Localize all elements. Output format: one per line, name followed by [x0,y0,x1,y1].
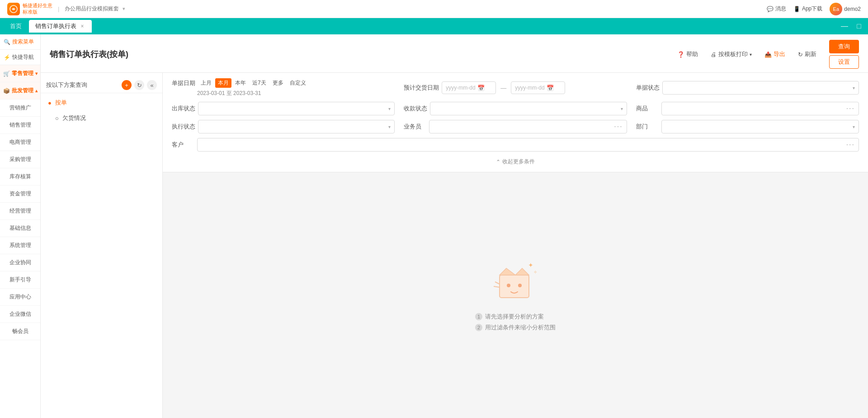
date-separator: — [500,85,506,91]
export-button[interactable]: 📤 导出 [761,48,789,60]
date-field: 单据日期 上月 本月 本年 近7天 更多 自定义 [172,78,395,97]
svg-point-3 [518,284,522,287]
date-tab-more[interactable]: 更多 [270,78,286,88]
sidebar-marketing[interactable]: 营销推广 [0,100,40,117]
out-status-select[interactable]: ▾ [198,102,395,115]
nav-tabs: 首页 销售订单执行表 × — □ [0,18,868,34]
tab-sales-order[interactable]: 销售订单执行表 × [29,20,92,33]
header-right: 💬 消息 📱 App下载 Ea demo2 [767,3,861,15]
export-icon: 📤 [764,51,772,58]
customer-dots: ··· [846,141,855,149]
svg-rect-1 [500,275,529,298]
sidebar-inventory[interactable]: 库存核算 [0,168,40,185]
sidebar-new-guide[interactable]: 新手引导 [0,271,40,289]
salesperson-select[interactable]: ··· [429,120,627,133]
scheme-item-owe[interactable]: ○ 欠货情况 [41,110,162,126]
sidebar-sales-management[interactable]: 销售管理 [0,117,40,134]
dept-select[interactable]: ▾ [661,120,859,133]
exec-status-select[interactable]: ▾ [198,120,395,133]
app-download-button[interactable]: 📱 App下载 [793,5,822,13]
scheme-add-button[interactable]: + [122,80,132,90]
refresh-button[interactable]: ↻ 刷新 [794,48,820,60]
content-area: 销售订单执行表(按单) ❓ 帮助 🖨 按模板打印 ▾ 📤 导出 ↻ 刷新 [41,34,868,418]
page-title: 销售订单执行表(按单) [50,49,128,60]
print-button[interactable]: 🖨 按模板打印 ▾ [707,48,755,60]
quick-nav-icon: ⚡ [4,54,10,61]
sidebar-app-center[interactable]: 应用中心 [0,289,40,306]
right-filter-area: 单据日期 上月 本月 本年 近7天 更多 自定义 [163,73,868,418]
sidebar-finance[interactable]: 资金管理 [0,185,40,203]
exec-status-label: 执行状态 [172,123,195,131]
order-status-select[interactable]: ▾ [662,81,859,95]
expected-date-from[interactable]: yyyy-mm-dd 📅 [442,81,496,94]
order-status-chevron: ▾ [853,86,855,90]
calendar-from-icon: 📅 [477,85,485,91]
dept-label: 部门 [636,123,659,131]
collapse-icon: ⌃ [496,159,500,165]
wholesale-icon: 📦 [3,88,10,94]
date-tab-this-month[interactable]: 本月 [215,78,231,88]
customer-select[interactable]: ··· [197,138,859,152]
message-button[interactable]: 💬 消息 [767,5,786,13]
settings-button[interactable]: 设置 [829,55,859,69]
print-chevron: ▾ [750,52,752,57]
maximize-button[interactable]: □ [854,21,864,32]
inner-layout: 按以下方案查询 + ↻ « ● 按单 ○ 欠货情况 [41,73,868,418]
empty-text: 1 请先选择要分析的方案 2 用过滤条件来缩小分析范围 [475,313,556,332]
breadcrumb-item: 办公用品行业模拟账套 [65,5,119,13]
sidebar-member[interactable]: 畅会员 [0,323,40,340]
help-button[interactable]: ❓ 帮助 [674,48,702,60]
sidebar-enterprise-wechat[interactable]: 企业微信 [0,306,40,323]
sidebar-quick-nav[interactable]: ⚡ 快捷导航 [0,50,40,65]
scheme-item-order[interactable]: ● 按单 [41,95,162,110]
salesperson-dots: ··· [614,123,623,131]
sidebar-enterprise[interactable]: 企业协同 [0,254,40,271]
logo-area[interactable]: 畅捷通好生意 标准版 [7,3,52,15]
collapse-more-button[interactable]: ⌃ 收起更多条件 [172,155,859,168]
out-status-field: 出库状态 ▾ [172,102,395,115]
sidebar-wholesale-management[interactable]: 📦 批发管理 ▴ [0,82,40,100]
logo-icon [7,3,20,15]
out-status-label: 出库状态 [172,104,195,113]
sidebar-retail-management[interactable]: 🛒 零售管理 ▾ [0,65,40,82]
filter-conditions: 单据日期 上月 本月 本年 近7天 更多 自定义 [163,73,868,172]
scheme-collapse-button[interactable]: « [147,80,157,90]
query-button[interactable]: 查询 [829,40,859,53]
date-tab-this-year[interactable]: 本年 [232,78,249,88]
date-tab-7days[interactable]: 近7天 [250,78,269,88]
expected-date-label: 预计交货日期 [404,84,439,92]
date-range-text: 2023-03-01 至 2023-03-31 [197,90,261,97]
receipt-status-select[interactable]: ▾ [430,102,627,115]
main-layout: 🔍 搜索菜单 ⚡ 快捷导航 🛒 零售管理 ▾ 📦 批发管理 ▴ 营销推广 销售管… [0,34,868,418]
sidebar-ecommerce[interactable]: 电商管理 [0,134,40,151]
sidebar-operations[interactable]: 经营管理 [0,203,40,220]
breadcrumb-chevron[interactable]: ▾ [123,6,125,12]
sidebar-purchase[interactable]: 采购管理 [0,151,40,168]
top-header: 畅捷通好生意 标准版 | 办公用品行业模拟账套 ▾ 💬 消息 📱 App下载 E… [0,0,868,18]
receipt-status-label: 收款状态 [404,104,427,113]
retail-icon: 🛒 [3,71,10,77]
sidebar-search-menu[interactable]: 🔍 搜索菜单 [0,34,40,50]
salesperson-field: 业务员 ··· [404,120,627,133]
tab-home[interactable]: 首页 [4,20,28,33]
tab-close-icon[interactable]: × [79,23,85,29]
dept-chevron: ▾ [853,124,855,129]
date-tab-custom[interactable]: 自定义 [287,78,309,88]
goods-select[interactable]: ··· [661,102,859,115]
out-status-chevron: ▾ [388,106,391,111]
hint-num-2: 2 [475,324,482,331]
sidebar-system[interactable]: 系统管理 [0,237,40,254]
goods-label: 商品 [636,104,659,113]
empty-state: ✦ ✧ 1 请先选择要分析的方案 [475,259,556,332]
expected-date-to[interactable]: yyyy-mm-dd 📅 [511,81,565,94]
scheme-refresh-button[interactable]: ↻ [134,80,144,90]
empty-hint-2: 2 用过滤条件来缩小分析范围 [475,323,556,332]
filter-row-1: 单据日期 上月 本月 本年 近7天 更多 自定义 [172,78,859,97]
scheme-header: 按以下方案查询 + ↻ « [41,77,162,93]
goods-dots: ··· [846,104,855,113]
sidebar-basics[interactable]: 基础信息 [0,220,40,237]
user-profile[interactable]: Ea demo2 [830,3,861,15]
hint-num-1: 1 [475,313,482,320]
date-tab-last-month[interactable]: 上月 [198,78,214,88]
minimize-button[interactable]: — [839,21,850,32]
